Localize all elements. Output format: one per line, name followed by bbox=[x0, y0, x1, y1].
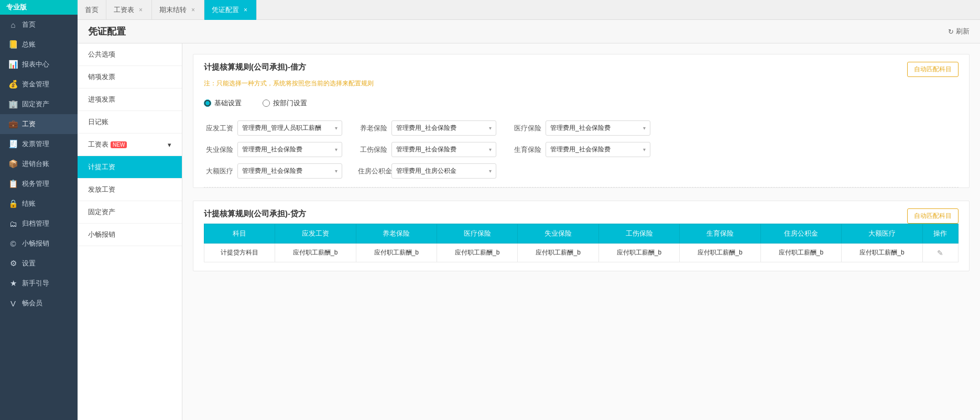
tab-voucher-config[interactable]: 凭证配置× bbox=[204, 0, 257, 20]
table-row-0: 计提贷方科目应付职工薪酬_b应付职工薪酬_b应付职工薪酬_b应付职工薪酬_b应付… bbox=[204, 244, 959, 262]
menu-label-calc-salary: 计提工资 bbox=[88, 162, 115, 172]
invoice-icon: 🧾 bbox=[8, 139, 18, 149]
tab-salary-table[interactable]: 工资表× bbox=[106, 0, 152, 20]
menu-item-pay-salary[interactable]: 发放工资 bbox=[78, 179, 182, 201]
menu-item-sales-invoice[interactable]: 销项发票 bbox=[78, 66, 182, 89]
field-select-1-0[interactable]: 管理费用_社会保险费 ▾ bbox=[237, 142, 342, 157]
section-debit-note: 注：只能选择一种方式，系统将按照您当前的选择来配置规则 bbox=[193, 77, 969, 94]
sidebar-label-funds: 资金管理 bbox=[22, 80, 49, 89]
auto-match-debit-button[interactable]: 自动匹配科目 bbox=[907, 62, 959, 77]
xiaochang-icon: © bbox=[8, 239, 18, 248]
tab-close-voucher-config[interactable]: × bbox=[242, 6, 249, 14]
new-badge-salary-table-menu: NEW bbox=[111, 141, 127, 148]
sidebar-item-assets[interactable]: 🏢固定资产 bbox=[0, 94, 78, 114]
cell-value-0-5: 应付职工薪酬_b bbox=[680, 244, 760, 262]
sidebar-label-invoice: 发票管理 bbox=[22, 139, 49, 149]
menu-item-salary-table-menu[interactable]: 工资表NEW▾ bbox=[78, 134, 182, 156]
sidebar-item-settings[interactable]: ⚙设置 bbox=[0, 253, 78, 273]
sidebar-label-settings: 设置 bbox=[22, 259, 36, 268]
cell-value-0-7: 应付职工薪酬_b bbox=[842, 244, 922, 262]
menu-item-calc-salary[interactable]: 计提工资 bbox=[78, 156, 182, 179]
menu-item-public-options[interactable]: 公共选项 bbox=[78, 43, 182, 66]
tab-home[interactable]: 首页 bbox=[78, 0, 106, 20]
sidebar-item-home[interactable]: ⌂首页 bbox=[0, 15, 78, 35]
sidebar-item-guide[interactable]: ★新手引导 bbox=[0, 273, 78, 293]
edit-icon-0[interactable]: ✎ bbox=[937, 249, 943, 257]
menu-label-pay-salary: 发放工资 bbox=[88, 185, 115, 194]
chevron-down-icon: ▾ bbox=[335, 125, 337, 131]
menu-item-purchase-invoice[interactable]: 进项发票 bbox=[78, 89, 182, 111]
field-label-1-0: 失业保险 bbox=[204, 145, 233, 154]
section-debit-header: 计提核算规则(公司承担)-借方 自动匹配科目 bbox=[193, 54, 969, 77]
menu-label-purchase-invoice: 进项发票 bbox=[88, 95, 115, 104]
field-select-1-2[interactable]: 管理费用_社会保险费 ▾ bbox=[546, 142, 650, 157]
sidebar-item-member[interactable]: V畅会员 bbox=[0, 293, 78, 313]
form-field-0-1: 养老保险 管理费用_社会保险费 ▾ bbox=[358, 120, 496, 136]
form-field-2-0: 大额医疗 管理费用_社会保险费 ▾ bbox=[204, 163, 342, 179]
field-select-0-1[interactable]: 管理费用_社会保险费 ▾ bbox=[391, 120, 496, 136]
assets-icon: 🏢 bbox=[8, 100, 18, 109]
sidebar-item-archive[interactable]: 🗂归档管理 bbox=[0, 214, 78, 234]
tab-close-period-close[interactable]: × bbox=[190, 6, 197, 14]
settings-icon: ⚙ bbox=[8, 259, 18, 268]
col-header-操作: 操作 bbox=[922, 224, 958, 244]
sidebar-label-assets: 固定资产 bbox=[22, 100, 49, 109]
field-select-1-1[interactable]: 管理费用_社会保险费 ▾ bbox=[391, 142, 496, 157]
stock-icon: 📦 bbox=[8, 159, 18, 169]
sidebar-label-close: 结账 bbox=[22, 199, 36, 208]
left-menu: 公共选项销项发票进项发票日记账工资表NEW▾计提工资发放工资固定资产小畅报销 bbox=[78, 43, 182, 420]
guide-icon: ★ bbox=[8, 279, 18, 288]
field-select-2-1[interactable]: 管理费用_住房公积金 ▾ bbox=[391, 163, 496, 179]
sidebar-item-reports[interactable]: 📊报表中心 bbox=[0, 54, 78, 74]
field-label-0-1: 养老保险 bbox=[358, 124, 387, 133]
field-label-2-1: 住房公积金 bbox=[358, 167, 387, 176]
sidebar-item-stock[interactable]: 📦进销台账 bbox=[0, 154, 78, 174]
chevron-down-icon: ▾ bbox=[643, 125, 646, 131]
menu-item-xiaochang-report[interactable]: 小畅报销 bbox=[78, 224, 182, 246]
radio-basic-setup[interactable]: 基础设置 bbox=[204, 98, 242, 108]
sidebar-item-salary[interactable]: 💼工资 bbox=[0, 114, 78, 134]
tab-period-close[interactable]: 期末结转× bbox=[152, 0, 204, 20]
tab-label-salary-table: 工资表 bbox=[114, 5, 134, 15]
auto-match-credit-button[interactable]: 自动匹配科目 bbox=[907, 208, 959, 224]
field-select-0-2[interactable]: 管理费用_社会保险费 ▾ bbox=[546, 120, 650, 136]
col-header-应发工资: 应发工资 bbox=[275, 224, 356, 244]
member-icon: V bbox=[8, 299, 18, 308]
form-field-1-2: 生育保险 管理费用_社会保险费 ▾ bbox=[512, 142, 650, 157]
radio-dept-setup[interactable]: 按部门设置 bbox=[263, 98, 307, 108]
field-label-1-2: 生育保险 bbox=[512, 145, 541, 154]
reports-icon: 📊 bbox=[8, 60, 18, 69]
menu-item-fixed-assets[interactable]: 固定资产 bbox=[78, 201, 182, 224]
tab-label-home: 首页 bbox=[85, 5, 99, 15]
field-label-0-0: 应发工资 bbox=[204, 124, 233, 133]
field-select-2-0[interactable]: 管理费用_社会保险费 ▾ bbox=[237, 163, 342, 179]
col-header-大额医疗: 大额医疗 bbox=[842, 224, 922, 244]
refresh-button[interactable]: ↻ 刷新 bbox=[948, 27, 970, 36]
right-content: 计提核算规则(公司承担)-借方 自动匹配科目 注：只能选择一种方式，系统将按照您… bbox=[182, 43, 980, 420]
cell-action-0[interactable]: ✎ bbox=[922, 244, 958, 262]
sidebar-item-tax[interactable]: 📋税务管理 bbox=[0, 174, 78, 194]
chevron-down-icon: ▾ bbox=[489, 147, 492, 152]
radio-group-debit: 基础设置 按部门设置 bbox=[193, 94, 969, 116]
menu-item-journal[interactable]: 日记账 bbox=[78, 111, 182, 134]
cell-value-0-2: 应付职工薪酬_b bbox=[437, 244, 517, 262]
sidebar-label-stock: 进销台账 bbox=[22, 159, 49, 169]
home-icon: ⌂ bbox=[8, 20, 18, 29]
sidebar-item-xiaochang[interactable]: ©小畅报销 bbox=[0, 234, 78, 253]
sidebar-item-ledger[interactable]: 📒总账 bbox=[0, 35, 78, 54]
field-select-0-0[interactable]: 管理费用_管理人员职工薪酬 ▾ bbox=[237, 120, 342, 136]
refresh-icon: ↻ bbox=[948, 28, 954, 36]
section-credit-header: 计提核算规则(公司承担)-贷方 自动匹配科目 bbox=[193, 201, 969, 224]
tax-icon: 📋 bbox=[8, 179, 18, 189]
menu-label-xiaochang-report: 小畅报销 bbox=[88, 230, 115, 239]
sidebar-item-funds[interactable]: 💰资金管理 bbox=[0, 74, 78, 94]
sidebar-label-tax: 税务管理 bbox=[22, 179, 49, 189]
funds-icon: 💰 bbox=[8, 80, 18, 89]
sidebar-item-invoice[interactable]: 🧾发票管理 bbox=[0, 134, 78, 154]
sidebar-item-close[interactable]: 🔒结账 bbox=[0, 194, 78, 214]
chevron-down-icon: ▾ bbox=[335, 147, 337, 152]
chevron-down-icon: ▾ bbox=[643, 147, 646, 152]
tab-close-salary-table[interactable]: × bbox=[137, 6, 144, 14]
form-row-0: 应发工资 管理费用_管理人员职工薪酬 ▾ 养老保险 管理费用_社会保险费 ▾ 医… bbox=[204, 120, 959, 136]
col-header-养老保险: 养老保险 bbox=[356, 224, 437, 244]
